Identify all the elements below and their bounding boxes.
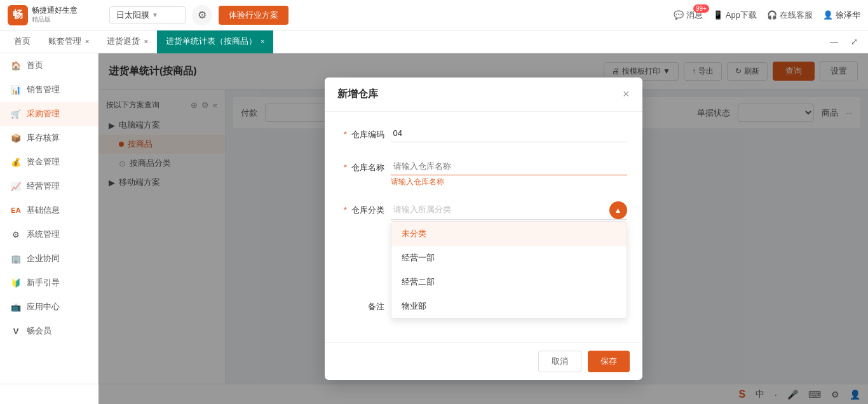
- settings-button[interactable]: ⚙: [192, 5, 212, 25]
- category-field[interactable]: 请输入所属分类 ▲ 未分类 经营一部: [391, 200, 627, 220]
- sidebar-item-inventory-label: 库存核算: [27, 132, 60, 144]
- sales-icon: 📊: [10, 84, 22, 95]
- user-icon: 👤: [823, 10, 833, 20]
- dialog-footer: 取消 保存: [325, 342, 642, 380]
- form-row-code: * 仓库编码: [340, 125, 627, 145]
- chevron-up-icon[interactable]: ▲: [609, 201, 627, 219]
- category-label: * 仓库分类: [340, 200, 391, 220]
- store-name: 日太阳膜: [116, 10, 149, 21]
- customer-service-button[interactable]: 🎧 在线客服: [767, 10, 813, 21]
- tab-account-close[interactable]: ×: [85, 37, 89, 45]
- tab-purchase-stats[interactable]: 进货单统计表（按商品） ×: [157, 30, 273, 53]
- tab-home-label: 首页: [14, 36, 31, 47]
- system-icon: ⚙: [10, 229, 22, 240]
- message-button[interactable]: 💬 99+ 消息: [674, 10, 703, 21]
- sidebar-item-home[interactable]: 🏠 首页: [0, 53, 98, 77]
- sidebar-item-apps[interactable]: 📺 应用中心: [0, 295, 98, 319]
- main-layout: 🏠 首页 📊 销售管理 🛒 采购管理 📦 库存核算 💰 资金管理 📈 经营管理 …: [0, 53, 868, 404]
- tab-purchase-return-close[interactable]: ×: [144, 37, 147, 45]
- enterprise-icon: 🏢: [10, 253, 22, 264]
- logo-sub: 精品版: [32, 15, 78, 24]
- sidebar-item-finance-label: 资金管理: [27, 156, 60, 168]
- guide-icon: 🔰: [10, 277, 22, 288]
- tab-account[interactable]: 账套管理 ×: [39, 30, 98, 53]
- experience-button[interactable]: 体验行业方案: [219, 6, 288, 25]
- sidebar-item-member-label: 畅会员: [27, 325, 51, 337]
- tab-purchase-stats-label: 进货单统计表（按商品）: [166, 36, 257, 47]
- dropdown-item-unclassified[interactable]: 未分类: [391, 222, 627, 246]
- tab-purchase-return[interactable]: 进货退货 ×: [98, 30, 156, 53]
- purchase-icon: 🛒: [10, 108, 22, 119]
- code-label: * 仓库编码: [340, 125, 391, 145]
- sidebar-item-guide[interactable]: 🔰 新手引导: [0, 271, 98, 295]
- app-download-button[interactable]: 📱 App下载: [713, 10, 757, 21]
- category-placeholder: 请输入所属分类: [393, 204, 451, 215]
- code-input[interactable]: [391, 125, 627, 142]
- sidebar-item-inventory[interactable]: 📦 库存核算: [0, 126, 98, 150]
- dropdown-item-dept3[interactable]: 物业部: [391, 294, 627, 318]
- modal-overlay: 新增仓库 × * 仓库编码: [98, 53, 868, 404]
- home-icon: 🏠: [10, 60, 22, 71]
- main-content: 进货单统计(按商品) 🖨 按模板打印 ▼ ↑ 导出 ↻ 刷新 查询 设置: [98, 53, 868, 404]
- logo-icon: 畅: [8, 5, 28, 25]
- sidebar-item-sales[interactable]: 📊 销售管理: [0, 77, 98, 102]
- tab-bar-actions: — ⤢: [825, 36, 863, 48]
- top-header: 畅 畅捷通好生意 精品版 日太阳膜 ▼ ⚙ 体验行业方案 💬 99+ 消息 📱 …: [0, 0, 868, 30]
- save-button[interactable]: 保存: [588, 351, 630, 372]
- username: 徐泽华: [836, 10, 860, 21]
- form-row-category: * 仓库分类 请输入所属分类 ▲ 未分类: [340, 200, 627, 220]
- dropdown-item-dept2[interactable]: 经营二部: [391, 270, 627, 294]
- tab-account-label: 账套管理: [48, 36, 81, 47]
- add-warehouse-dialog: 新增仓库 × * 仓库编码: [325, 77, 642, 380]
- customer-service-label: 在线客服: [780, 10, 813, 21]
- finance-icon: 💰: [10, 156, 22, 168]
- sidebar-item-operations-label: 经营管理: [27, 180, 60, 192]
- sidebar-item-guide-label: 新手引导: [27, 277, 60, 288]
- name-error-message: 请输入仓库名称: [391, 177, 627, 187]
- sidebar-item-purchase-label: 采购管理: [27, 108, 60, 119]
- sidebar-item-finance[interactable]: 💰 资金管理: [0, 150, 98, 174]
- sidebar-item-sales-label: 销售管理: [27, 84, 60, 95]
- sidebar-item-system-label: 系统管理: [27, 229, 60, 240]
- message-icon: 💬: [674, 10, 684, 20]
- dialog-close-button[interactable]: ×: [623, 88, 630, 101]
- form-row-name: * 仓库名称 请输入仓库名称: [340, 158, 627, 187]
- sidebar-item-system[interactable]: ⚙ 系统管理: [0, 222, 98, 246]
- apps-icon: 📺: [10, 301, 22, 313]
- store-selector[interactable]: 日太阳膜 ▼: [109, 6, 186, 24]
- sidebar-item-basic-info[interactable]: EA 基础信息: [0, 198, 98, 222]
- gear-icon: ⚙: [198, 9, 207, 21]
- app-download-label: App下载: [726, 10, 757, 21]
- dialog-header: 新增仓库 ×: [325, 77, 642, 112]
- tab-maximize-button[interactable]: ⤢: [846, 36, 863, 48]
- name-field: 请输入仓库名称: [391, 158, 627, 187]
- user-menu[interactable]: 👤 徐泽华: [823, 10, 860, 21]
- tab-home[interactable]: 首页: [5, 30, 39, 53]
- sidebar-item-basic-info-label: 基础信息: [27, 205, 60, 216]
- sidebar-item-purchase[interactable]: 🛒 采购管理: [0, 102, 98, 126]
- operations-icon: 📈: [10, 180, 22, 192]
- dialog-body: * 仓库编码 * 仓库名称: [325, 112, 642, 342]
- tab-purchase-return-label: 进货退货: [107, 36, 140, 47]
- member-icon: V: [10, 325, 22, 337]
- note-label: 备注: [340, 297, 391, 317]
- inventory-icon: 📦: [10, 132, 22, 144]
- category-select[interactable]: 请输入所属分类 ▲: [391, 200, 627, 220]
- logo-area: 畅 畅捷通好生意 精品版: [8, 5, 103, 25]
- headset-icon: 🎧: [767, 10, 777, 20]
- sidebar-item-enterprise-label: 企业协同: [27, 253, 60, 264]
- name-label: * 仓库名称: [340, 158, 391, 178]
- mobile-icon: 📱: [713, 10, 723, 20]
- sidebar: 🏠 首页 📊 销售管理 🛒 采购管理 📦 库存核算 💰 资金管理 📈 经营管理 …: [0, 53, 98, 404]
- tab-purchase-stats-close[interactable]: ×: [261, 37, 264, 45]
- sidebar-item-home-label: 首页: [27, 60, 43, 71]
- cancel-button[interactable]: 取消: [538, 351, 581, 372]
- name-input[interactable]: [391, 158, 627, 175]
- sidebar-item-enterprise[interactable]: 🏢 企业协同: [0, 246, 98, 271]
- tab-collapse-button[interactable]: —: [825, 36, 843, 48]
- dropdown-item-dept1[interactable]: 经营一部: [391, 246, 627, 270]
- basic-info-icon: EA: [10, 205, 22, 216]
- tab-bar: 首页 账套管理 × 进货退货 × 进货单统计表（按商品） × — ⤢: [0, 30, 868, 53]
- sidebar-item-member[interactable]: V 畅会员: [0, 319, 98, 343]
- sidebar-item-operations[interactable]: 📈 经营管理: [0, 174, 98, 198]
